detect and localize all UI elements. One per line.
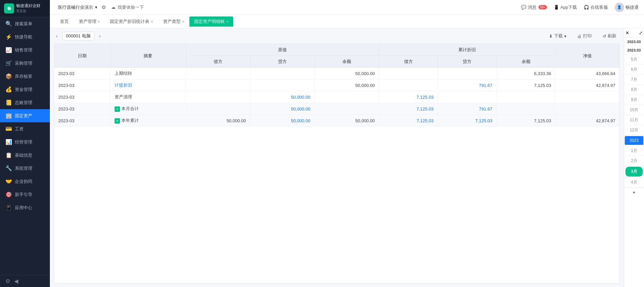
timeline-month-1月[interactable]: 1月 <box>624 146 644 156</box>
cell-leiji-credit: 791.67 <box>438 79 496 91</box>
tab-close-depreciation-table[interactable]: × <box>151 20 153 24</box>
cell-date: 2023-03 <box>54 103 111 115</box>
cell-net-value: 42,874.97 <box>555 115 619 127</box>
cell-date: 2023-03 <box>54 68 111 79</box>
timeline-month[interactable]: 6月 <box>624 65 644 75</box>
collapse-icon[interactable]: ◀ <box>14 278 18 284</box>
timeline-month[interactable]: 11月 <box>624 115 644 125</box>
cell-net-value: 42,874.97 <box>555 79 619 91</box>
tab-close-asset-type[interactable]: × <box>182 20 184 24</box>
tab-close-asset-mgmt[interactable]: × <box>98 20 100 24</box>
tab-asset-type[interactable]: 资产类型× <box>158 17 189 27</box>
cell-date: 2023-03 <box>54 115 111 127</box>
timeline-month[interactable]: 9月 <box>624 95 644 105</box>
download-button[interactable]: ⬇ 下载 ▾ <box>546 32 570 40</box>
summary-icon: ≡ <box>115 106 120 112</box>
sidebar-item-quick-nav[interactable]: ⚡快捷导航 <box>0 30 50 43</box>
sidebar-icon-purchase: 🛒 <box>5 60 11 66</box>
timeline-month[interactable]: 7月 <box>624 75 644 85</box>
timeline-down-arrow[interactable]: ▾ <box>624 188 644 197</box>
sidebar-icon-sales: 📈 <box>5 47 11 53</box>
sidebar-item-capital[interactable]: 💰资金管理 <box>0 83 50 96</box>
cell-summary: ≡本月合计 <box>111 103 186 115</box>
tab-home[interactable]: 首页 <box>55 17 73 27</box>
col-leiji-credit: 贷方 <box>438 56 496 68</box>
col-leiji-debit: 借方 <box>379 56 438 68</box>
print-label: 打印 <box>583 33 592 39</box>
sidebar-item-salary[interactable]: 💳工资 <box>0 122 50 135</box>
prev-asset-button[interactable]: ‹ <box>54 33 60 39</box>
tab-label-depreciation-table: 固定资产折旧统计表 <box>110 19 149 25</box>
tab-depreciation-table[interactable]: 固定资产折旧统计表× <box>105 17 157 27</box>
topbar-right: 💬 消息 99+ 📱 App下载 🎧 在线客服 👤 畅捷通 <box>521 3 639 12</box>
sidebar-item-app-center[interactable]: 📱应用中心 <box>0 201 50 214</box>
sidebar-item-guide[interactable]: 🎯新手引导 <box>0 188 50 201</box>
project-name: 医疗器械行业演示 <box>58 4 93 10</box>
timeline-header-0[interactable]: 2023.03 <box>624 38 644 46</box>
cell-summary: 计提折旧 <box>111 79 186 91</box>
sidebar-item-search[interactable]: 🔍搜索菜单 <box>0 17 50 30</box>
cell-yuanzhi-balance <box>315 103 379 115</box>
tab-asset-mgmt[interactable]: 资产管理× <box>74 17 104 27</box>
experience-button[interactable]: ☁ 我要体验一下 <box>111 4 144 10</box>
cell-yuanzhi-balance: 50,000.00 <box>315 79 379 91</box>
timeline-scroll[interactable]: 2023.032023.035月6月7月8月9月10月11月12月20231月2… <box>624 38 644 287</box>
sidebar-label-salary: 工资 <box>15 126 24 132</box>
sidebar-icon-salary: 💳 <box>5 126 11 132</box>
tab-asset-detail[interactable]: 固定资产明细账× <box>189 17 233 27</box>
col-group-leiji: 累计折旧 <box>379 44 555 56</box>
sidebar-item-management[interactable]: 📊经营管理 <box>0 135 50 149</box>
tab-label-asset-mgmt: 资产管理 <box>79 19 96 25</box>
sidebar-item-ledger[interactable]: 📒总账管理 <box>0 96 50 109</box>
sidebar-item-inventory[interactable]: 📦库存核算 <box>0 70 50 83</box>
timeline-year-2023[interactable]: 2023 <box>625 136 643 145</box>
sidebar-icon-management: 📊 <box>5 139 11 145</box>
timeline-month[interactable]: 8月 <box>624 85 644 95</box>
sidebar-icon-app-center: 📱 <box>5 204 11 211</box>
online-service-button[interactable]: 🎧 在线客服 <box>584 4 608 10</box>
cell-leiji-credit: 7,125.03 <box>438 115 496 127</box>
sidebar-label-search: 搜索菜单 <box>15 21 32 27</box>
sidebar-item-fixed-assets[interactable]: 🏢固定资产 <box>0 109 50 122</box>
timeline-month-3月[interactable]: 3月 <box>625 167 643 177</box>
topbar: 医疗器械行业演示 ▾ ⚙ ☁ 我要体验一下 💬 消息 99+ 📱 App下载 🎧… <box>50 0 644 15</box>
project-selector[interactable]: 医疗器械行业演示 ▾ <box>55 3 100 12</box>
sidebar-item-basic-info[interactable]: 📋基础信息 <box>0 149 50 162</box>
sidebar-nav: 🔍搜索菜单⚡快捷导航📈销售管理🛒采购管理📦库存核算💰资金管理📒总账管理🏢固定资产… <box>0 17 50 275</box>
timeline-month[interactable]: 12月 <box>624 125 644 135</box>
logo-title: 畅捷通好业财 <box>16 3 40 9</box>
cell-leiji-debit <box>379 68 438 79</box>
tab-close-asset-detail[interactable]: × <box>226 20 228 24</box>
user-avatar: 👤 <box>615 3 624 12</box>
app-download-button[interactable]: 📱 App下载 <box>554 4 577 10</box>
sidebar-item-sys-mgmt[interactable]: 🔧系统管理 <box>0 162 50 175</box>
sidebar-label-guide: 新手引导 <box>15 192 32 198</box>
summary-icon: ≡ <box>115 118 120 124</box>
refresh-button[interactable]: ↺ 刷新 <box>599 32 620 40</box>
download-icon: ⬇ <box>549 34 553 39</box>
message-button[interactable]: 💬 消息 99+ <box>521 4 547 10</box>
sidebar-item-cooperation[interactable]: 🤝企业协同 <box>0 175 50 188</box>
tab-label-asset-type: 资产类型 <box>163 19 181 25</box>
sidebar-item-sales[interactable]: 📈销售管理 <box>0 43 50 57</box>
col-summary: 摘要 <box>111 44 186 68</box>
user-menu[interactable]: 👤 畅捷通 <box>615 3 639 12</box>
timeline-expand-icon[interactable]: ⤢ <box>639 30 643 35</box>
app-download-label: App下载 <box>560 4 577 10</box>
sidebar-label-sales: 销售管理 <box>15 47 32 53</box>
timeline-month[interactable]: 10月 <box>624 105 644 115</box>
sidebar-logo: 畅 畅捷通好业财 普及版 <box>0 0 50 17</box>
topbar-gear-icon[interactable]: ⚙ <box>101 4 106 10</box>
sidebar-item-purchase[interactable]: 🛒采购管理 <box>0 57 50 70</box>
timeline-header-1[interactable]: 2023.03 <box>624 46 644 55</box>
sidebar-label-app-center: 应用中心 <box>15 205 32 211</box>
settings-icon[interactable]: ⚙ <box>5 278 10 284</box>
next-asset-button[interactable]: › <box>97 33 103 39</box>
cell-yuanzhi-debit <box>186 103 250 115</box>
main-area: 医疗器械行业演示 ▾ ⚙ ☁ 我要体验一下 💬 消息 99+ 📱 App下载 🎧… <box>50 0 644 287</box>
timeline-month-4月[interactable]: 4月 <box>624 178 644 188</box>
print-button[interactable]: 🖨 打印 <box>574 32 595 40</box>
timeline-month-2月[interactable]: 2月 <box>624 156 644 166</box>
timeline-month[interactable]: 5月 <box>624 55 644 65</box>
timeline-close-icon[interactable]: ✕ <box>625 30 629 35</box>
